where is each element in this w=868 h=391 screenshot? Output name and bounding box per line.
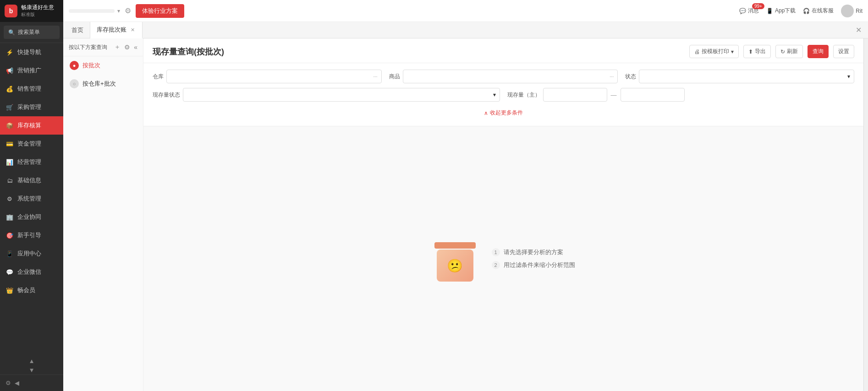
try-industry-button[interactable]: 体验行业方案: [136, 4, 184, 18]
hint-text-2: 用过滤条件来缩小分析范围: [504, 261, 575, 269]
page-title: 现存量查询(按批次): [153, 46, 224, 57]
right-scrollbar[interactable]: [863, 38, 868, 391]
empty-state: 1 请先选择要分析的方案 2 用过滤条件来缩小分析范围: [143, 126, 863, 391]
status-select[interactable]: ▾: [639, 70, 854, 83]
left-panel-actions: ＋ ⚙ «: [114, 43, 137, 51]
sidebar-item-basic-info[interactable]: 🗂 基础信息: [0, 171, 63, 190]
footer-settings-icon[interactable]: ⚙: [5, 380, 11, 386]
hint-text-1: 请先选择要分析的方案: [504, 248, 563, 256]
member-icon: 👑: [5, 286, 14, 294]
print-dropdown-icon: ▾: [731, 49, 734, 55]
product-filter: 商品 ···: [389, 70, 618, 83]
printer-icon: 🖨: [694, 49, 700, 55]
topbar-right: 💬 消息 99+ 📱 App下载 🎧 在线客服 Rit: [739, 5, 863, 17]
app-logo: b: [5, 5, 17, 17]
sidebar: b 畅康通好生意 标准版 🔍 搜索菜单 ⚡ 快捷导航 📢 营销推广 💰 销售管理…: [0, 0, 63, 391]
plan-settings-icon[interactable]: ⚙: [124, 43, 130, 51]
warehouse-more-icon: ···: [374, 74, 378, 79]
warehouse-filter: 仓库 ···: [153, 70, 382, 83]
topbar: ▾ ⚙ 体验行业方案 💬 消息 99+ 📱 App下载 🎧 在线客服 Rit: [63, 0, 868, 22]
sidebar-item-inventory[interactable]: 📦 库存核算: [0, 116, 63, 135]
tab-close-right-button[interactable]: ✕: [851, 26, 866, 34]
hint-num-2: 2: [492, 261, 500, 269]
online-service-item[interactable]: 🎧 在线客服: [803, 7, 834, 15]
app-edition: 标准版: [21, 11, 54, 18]
sidebar-item-marketing[interactable]: 📢 营销推广: [0, 61, 63, 80]
sales-icon: 💰: [5, 85, 14, 93]
enterprise-collab-icon: 🏢: [5, 213, 14, 221]
topbar-left: ▾ ⚙ 体验行业方案: [69, 4, 736, 18]
hint-num-1: 1: [492, 248, 500, 256]
sidebar-item-operation[interactable]: 📊 经营管理: [0, 153, 63, 171]
inventory-main-dash: —: [607, 92, 621, 98]
sidebar-item-purchase[interactable]: 🛒 采购管理: [0, 98, 63, 116]
sidebar-item-finance[interactable]: 💳 资金管理: [0, 135, 63, 153]
app-download-item[interactable]: 📱 App下载: [766, 7, 796, 15]
tab-inventory-batch[interactable]: 库存批次账 ✕: [90, 22, 143, 38]
filter-row-2: 现存量状态 ▾ 现存量（主） —: [153, 88, 854, 102]
purchase-icon: 🛒: [5, 103, 14, 111]
inventory-main-from-input[interactable]: [543, 88, 607, 102]
warehouse-input[interactable]: ···: [166, 70, 382, 83]
system-icon: ⚙: [5, 195, 14, 203]
breadcrumb-input[interactable]: [69, 9, 115, 13]
messages-badge: 99+: [752, 3, 764, 9]
query-button[interactable]: 查询: [808, 45, 829, 58]
messages-item[interactable]: 💬 消息 99+: [739, 7, 759, 15]
inventory-status-select[interactable]: ▾: [183, 88, 500, 102]
page-header-actions: 🖨 按模板打印 ▾ ⬆ 导出 ↻ 刷新 查询: [689, 45, 854, 58]
box-lid: [434, 242, 476, 249]
page-content: 按以下方案查询 ＋ ⚙ « ● 按批次 ○ 按仓库+批次: [63, 38, 868, 391]
add-plan-button[interactable]: ＋: [114, 43, 121, 51]
plan-list: ● 按批次 ○ 按仓库+批次: [63, 56, 143, 391]
sidebar-item-quick-nav[interactable]: ⚡ 快捷导航: [0, 43, 63, 61]
user-avatar-item[interactable]: Rit: [841, 5, 863, 17]
export-button[interactable]: ⬆ 导出: [743, 45, 771, 58]
plan-label-by-warehouse-batch: 按仓库+批次: [82, 80, 116, 88]
sidebar-item-sales[interactable]: 💰 销售管理: [0, 80, 63, 98]
plan-item-by-warehouse-batch[interactable]: ○ 按仓库+批次: [63, 75, 143, 93]
sidebar-item-app-center[interactable]: 📱 应用中心: [0, 244, 63, 263]
inventory-icon: 📦: [5, 121, 14, 130]
app-center-icon: 📱: [5, 250, 14, 258]
tab-bar: 首页 库存批次账 ✕ ✕: [63, 22, 868, 38]
new-guide-icon: 🎯: [5, 231, 14, 239]
inventory-main-to-input[interactable]: [621, 88, 685, 102]
sidebar-item-enterprise-wechat[interactable]: 💬 企业微信: [0, 263, 63, 281]
phone-icon: 📱: [766, 8, 773, 14]
topbar-gear-icon[interactable]: ⚙: [123, 5, 133, 17]
plan-item-by-batch[interactable]: ● 按批次: [63, 56, 143, 75]
tab-close-inventory-batch[interactable]: ✕: [129, 27, 136, 33]
inventory-status-label: 现存量状态: [153, 91, 180, 99]
filter-area: 仓库 ··· 商品 ··· 状态: [143, 63, 863, 126]
empty-illustration: [432, 236, 478, 282]
filter-row-1: 仓库 ··· 商品 ··· 状态: [153, 70, 854, 83]
refresh-button[interactable]: ↻ 刷新: [775, 45, 803, 58]
enterprise-wechat-icon: 💬: [5, 268, 14, 276]
collapse-filter-row[interactable]: ∧ 收起更多条件: [153, 106, 854, 119]
refresh-icon: ↻: [780, 49, 785, 55]
product-input[interactable]: ···: [403, 70, 618, 83]
sidebar-item-new-guide[interactable]: 🎯 新手引导: [0, 226, 63, 244]
sidebar-item-member[interactable]: 👑 畅会员: [0, 281, 63, 299]
footer-collapse-icon[interactable]: ◀: [15, 380, 19, 386]
plan-label-by-batch: 按批次: [82, 61, 100, 70]
inventory-status-dropdown-icon: ▾: [493, 92, 496, 98]
collapse-panel-icon[interactable]: «: [134, 43, 137, 51]
sidebar-search-area[interactable]: 🔍 搜索菜单: [0, 22, 63, 43]
tab-home[interactable]: 首页: [65, 22, 90, 38]
search-menu-button[interactable]: 🔍 搜索菜单: [4, 26, 60, 39]
sidebar-scroll-up[interactable]: ▲: [0, 356, 63, 365]
settings-button[interactable]: 设置: [833, 45, 854, 58]
inventory-batch-tab-label: 库存批次账: [97, 26, 126, 34]
sidebar-item-enterprise-collab[interactable]: 🏢 企业协同: [0, 208, 63, 226]
empty-hints: 1 请先选择要分析的方案 2 用过滤条件来缩小分析范围: [492, 248, 575, 269]
username-label: Rit: [856, 8, 863, 14]
sidebar-item-system[interactable]: ⚙ 系统管理: [0, 190, 63, 208]
breadcrumb-chevron-icon[interactable]: ▾: [117, 8, 120, 14]
print-template-button[interactable]: 🖨 按模板打印 ▾: [689, 45, 739, 58]
main-area: ▾ ⚙ 体验行业方案 💬 消息 99+ 📱 App下载 🎧 在线客服 Rit: [63, 0, 868, 391]
empty-hint-2: 2 用过滤条件来缩小分析范围: [492, 261, 575, 269]
sidebar-scroll-down[interactable]: ▼: [0, 365, 63, 375]
right-content: 现存量查询(按批次) 🖨 按模板打印 ▾ ⬆ 导出 ↻ 刷新: [143, 38, 863, 391]
